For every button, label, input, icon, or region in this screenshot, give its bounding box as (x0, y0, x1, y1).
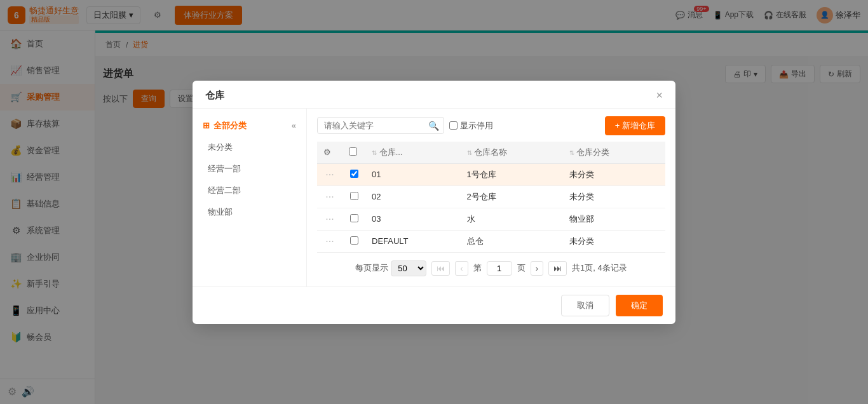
row-name-3: 总仓 (461, 230, 563, 252)
row-checkbox-0[interactable] (350, 170, 358, 178)
per-page-label: 每页显示 (355, 262, 388, 274)
modal-close-btn[interactable]: × (656, 90, 663, 101)
row-more-2[interactable]: ··· (317, 208, 342, 230)
row-code-1: 02 (365, 185, 461, 208)
col-num-label: 仓库... (379, 147, 403, 157)
row-cat-2: 物业部 (563, 208, 665, 230)
per-page-wrap: 每页显示 50 20 100 (355, 260, 426, 276)
page-number-input[interactable] (487, 261, 512, 276)
modal-header: 仓库 × (193, 81, 675, 109)
table-row[interactable]: ··· DEFAULT 总仓 未分类 (317, 230, 665, 252)
more-icon: ··· (325, 213, 334, 224)
show-disabled-checkbox[interactable] (449, 121, 458, 130)
page-label: 第 (473, 262, 482, 274)
search-wrap: 🔍 (317, 117, 444, 134)
table-toolbar: 🔍 显示停用 + 新增仓库 (317, 116, 665, 135)
pagination: 每页显示 50 20 100 ⏮ ‹ 第 页 › ⏭ 共1页, 4条记录 (317, 253, 665, 279)
sort-name-icon[interactable]: ⇅ (467, 149, 472, 156)
row-code-0: 01 (365, 163, 461, 185)
row-check-0[interactable] (342, 163, 365, 185)
more-icon: ··· (325, 191, 334, 202)
more-icon: ··· (325, 236, 334, 246)
row-code-3: DEFAULT (365, 230, 461, 252)
search-input[interactable] (317, 117, 444, 134)
cancel-btn[interactable]: 取消 (561, 295, 609, 316)
grid-icon: ⊞ (203, 121, 210, 130)
sort-cat-icon[interactable]: ⇅ (569, 149, 574, 156)
row-cat-0: 未分类 (563, 163, 665, 185)
modal-body: ⊞ 全部分类 « 未分类 经营一部 经营二部 物业部 🔍 (193, 109, 675, 286)
col-check-header[interactable] (342, 142, 365, 164)
page-prev-btn[interactable]: ‹ (455, 261, 468, 276)
cat-item-property[interactable]: 物业部 (193, 201, 306, 223)
row-cat-3: 未分类 (563, 230, 665, 252)
row-checkbox-3[interactable] (350, 236, 358, 245)
more-icon: ··· (325, 169, 334, 180)
row-checkbox-1[interactable] (350, 192, 358, 200)
col-name-header: ⇅ 仓库名称 (461, 142, 563, 164)
cat-item-dept1[interactable]: 经营一部 (193, 158, 306, 180)
col-cat-header: ⇅ 仓库分类 (563, 142, 665, 164)
row-more-0[interactable]: ··· (317, 163, 342, 185)
page-next-btn[interactable]: › (531, 261, 543, 276)
row-check-1[interactable] (342, 185, 365, 208)
sort-icon[interactable]: ⇅ (372, 149, 377, 156)
row-code-2: 03 (365, 208, 461, 230)
row-check-2[interactable] (342, 208, 365, 230)
modal-title: 仓库 (205, 90, 224, 102)
page-first-btn[interactable]: ⏮ (431, 261, 450, 276)
show-disabled-toggle[interactable]: 显示停用 (449, 120, 493, 131)
show-disabled-text: 显示停用 (460, 120, 493, 131)
row-check-3[interactable] (342, 230, 365, 252)
row-name-2: 水 (461, 208, 563, 230)
page-suffix: 页 (517, 262, 526, 274)
search-icon[interactable]: 🔍 (428, 121, 439, 131)
col-name-label: 仓库名称 (474, 147, 507, 157)
per-page-select[interactable]: 50 20 100 (391, 260, 426, 276)
table-row[interactable]: ··· 02 2号仓库 未分类 (317, 185, 665, 208)
confirm-btn[interactable]: 确定 (616, 295, 663, 316)
table-area: 🔍 显示停用 + 新增仓库 ⚙ ⇅ (307, 109, 675, 286)
collapse-icon[interactable]: « (292, 121, 296, 130)
row-cat-1: 未分类 (563, 185, 665, 208)
col-gear-header[interactable]: ⚙ (317, 142, 342, 164)
warehouse-modal: 仓库 × ⊞ 全部分类 « 未分类 经营一部 经营二部 物业部 (193, 81, 675, 324)
row-name-1: 2号仓库 (461, 185, 563, 208)
total-info: 共1页, 4条记录 (572, 262, 627, 274)
col-cat-label: 仓库分类 (576, 147, 609, 157)
col-num-header: ⇅ 仓库... (365, 142, 461, 164)
row-name-0: 1号仓库 (461, 163, 563, 185)
row-more-3[interactable]: ··· (317, 230, 342, 252)
select-all-checkbox[interactable] (349, 147, 357, 156)
warehouse-table: ⚙ ⇅ 仓库... ⇅ 仓库名称 ⇅ (317, 142, 665, 253)
row-more-1[interactable]: ··· (317, 185, 342, 208)
add-warehouse-btn[interactable]: + 新增仓库 (605, 116, 665, 135)
cat-all-header[interactable]: ⊞ 全部分类 « (193, 115, 306, 137)
table-row[interactable]: ··· 01 1号仓库 未分类 (317, 163, 665, 185)
cat-item-unclassified[interactable]: 未分类 (193, 137, 306, 158)
table-row[interactable]: ··· 03 水 物业部 (317, 208, 665, 230)
category-sidebar: ⊞ 全部分类 « 未分类 经营一部 经营二部 物业部 (193, 109, 307, 286)
page-last-btn[interactable]: ⏭ (548, 261, 567, 276)
modal-overlay[interactable]: 仓库 × ⊞ 全部分类 « 未分类 经营一部 经营二部 物业部 (0, 0, 868, 404)
cat-item-dept2[interactable]: 经营二部 (193, 180, 306, 201)
row-checkbox-2[interactable] (350, 214, 358, 222)
cat-all-label: 全部分类 (214, 120, 247, 131)
modal-footer: 取消 确定 (193, 286, 675, 324)
